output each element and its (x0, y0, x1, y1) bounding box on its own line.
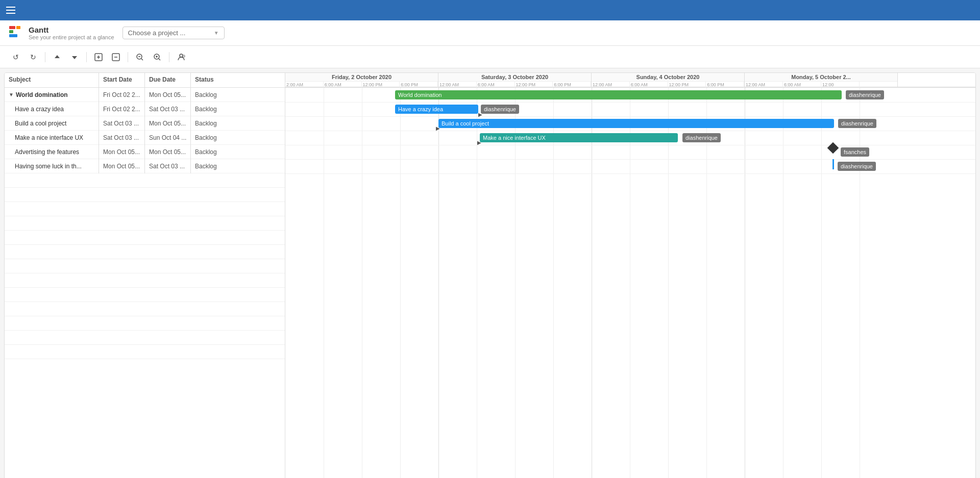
gantt-bar-build-cool-project[interactable]: Build a cool project (438, 119, 834, 128)
cell-subject-build-cool-project: Build a cool project (5, 116, 99, 131)
hour-line (783, 88, 783, 478)
table-row[interactable]: Build a cool project Sat Oct 03 ... Mon … (5, 116, 285, 131)
cell-subject-have-crazy-idea: Have a crazy idea (5, 102, 99, 116)
table-row-empty (5, 245, 285, 259)
gantt-timeline: World domination diashenrique Have a cra… (285, 88, 975, 478)
app-header: Gantt See your entire project at a glanc… (0, 20, 980, 46)
day-divider-2 (592, 88, 592, 478)
hamburger-icon[interactable] (6, 7, 15, 14)
cell-duedate-advertising: Mon Oct 05... (145, 145, 191, 159)
day2-label: Saturday, 3 October 2020 (438, 73, 591, 82)
day3-hour4: 6:00 PM (706, 82, 744, 87)
day4-hour2: 6:00 AM (783, 82, 821, 87)
assign-button[interactable] (174, 49, 189, 65)
cell-startdate-have-crazy-idea: Fri Oct 02 2... (99, 102, 145, 116)
svg-rect-2 (9, 34, 17, 37)
cell-startdate-advertising: Mon Oct 05... (99, 145, 145, 159)
cell-status-have-crazy-idea: Backlog (191, 102, 285, 116)
day2-hour3: 12:00 PM (515, 82, 553, 87)
hour-line (630, 88, 630, 478)
cell-duedate-make-nice-interface: Sun Oct 04 ... (145, 131, 191, 145)
day2-hour4: 6:00 PM (553, 82, 591, 87)
cell-startdate-build-cool-project: Sat Oct 03 ... (99, 116, 145, 131)
table-row-empty (5, 173, 285, 188)
assignee-badge-having-luck: diashenrique (838, 162, 876, 171)
table-row-empty (5, 302, 285, 316)
table-row-empty (5, 188, 285, 202)
chevron-down-icon: ▼ (214, 30, 219, 36)
day-divider-1 (438, 88, 439, 478)
cell-startdate-having-luck: Mon Oct 05... (99, 159, 145, 173)
milestone-diamond-advertising (827, 142, 839, 154)
svg-line-11 (141, 59, 143, 60)
day1-hour1: 2:00 AM (285, 82, 324, 87)
gantt-bar-world-domination[interactable]: World domination (395, 90, 842, 99)
gantt-task-list: ▼ World domination Fri Oct 02 2... Mon O… (5, 88, 285, 478)
cell-status-advertising: Backlog (191, 145, 285, 159)
add-task-button[interactable] (91, 49, 106, 65)
day1-label: Friday, 2 October 2020 (285, 73, 438, 82)
app-title-block: Gantt See your entire project at a glanc… (29, 26, 114, 40)
add-milestone-button[interactable] (108, 49, 124, 65)
move-down-button[interactable] (67, 49, 82, 65)
assignee-badge-build-cool-project: diashenrique (838, 119, 876, 128)
day3-hour3: 12:00 PM (668, 82, 706, 87)
toolbar: ↺ ↻ (0, 46, 980, 68)
day1-hour4: 6:00 PM (400, 82, 438, 87)
gantt-bar-having-luck[interactable] (832, 159, 834, 169)
gantt-bar-make-nice-interface[interactable]: Make a nice interface UX (480, 133, 678, 142)
collapse-arrow-icon[interactable]: ▼ (9, 92, 14, 97)
table-row[interactable]: Make a nice interface UX Sat Oct 03 ... … (5, 131, 285, 145)
row-line (285, 173, 975, 174)
subject-header: Subject (5, 73, 99, 87)
table-row-empty (5, 331, 285, 345)
startdate-header: Start Date (99, 73, 145, 87)
day1-hour2: 6:00 AM (324, 82, 362, 87)
app-title: Gantt (29, 26, 114, 34)
cell-status-make-nice-interface: Backlog (191, 131, 285, 145)
hour-line (324, 88, 324, 478)
zoom-in-button[interactable] (150, 49, 165, 65)
row-line (285, 102, 975, 103)
svg-rect-0 (9, 26, 15, 29)
move-up-button[interactable] (50, 49, 65, 65)
day2-hour1: 12:00 AM (438, 82, 477, 87)
row-line (285, 131, 975, 131)
cell-startdate-world-domination: Fri Oct 02 2... (99, 88, 145, 102)
project-select[interactable]: Choose a project ... ▼ (122, 27, 225, 39)
toolbar-separator-3 (128, 52, 128, 62)
table-row-empty (5, 231, 285, 245)
day4-hour3: 12:00 (821, 82, 860, 87)
table-row-empty (5, 316, 285, 331)
hour-line (860, 88, 860, 478)
assignee-badge-world-domination: diashenrique (846, 90, 884, 99)
toolbar-separator-1 (45, 52, 45, 62)
table-row-empty (5, 273, 285, 288)
table-row[interactable]: Advertising the features Mon Oct 05... M… (5, 145, 285, 159)
cell-duedate-having-luck: Sat Oct 03 ... (145, 159, 191, 173)
timeline-grid-overlay (285, 88, 975, 478)
zoom-out-button[interactable] (132, 49, 148, 65)
table-row-empty (5, 202, 285, 216)
app-logo: Gantt See your entire project at a glanc… (8, 25, 114, 41)
gantt-bar-have-crazy-idea[interactable]: Have a crazy idea (395, 105, 478, 114)
status-header: Status (191, 73, 285, 87)
day3-hour1: 12:00 AM (592, 82, 630, 87)
app-subtitle: See your entire project at a glance (29, 34, 114, 40)
hour-line (515, 88, 516, 478)
assignee-badge-make-nice-interface: diashenrique (682, 133, 721, 142)
row-line (285, 145, 975, 145)
table-row[interactable]: Having some luck in th... Mon Oct 05... … (5, 159, 285, 173)
cell-subject-world-domination: ▼ World domination (5, 88, 99, 102)
table-row[interactable]: ▼ World domination Fri Oct 02 2... Mon O… (5, 88, 285, 102)
cell-status-having-luck: Backlog (191, 159, 285, 173)
table-row[interactable]: Have a crazy idea Fri Oct 02 2... Sat Oc… (5, 102, 285, 116)
undo-button[interactable]: ↺ (8, 49, 23, 65)
hour-line (668, 88, 669, 478)
hour-line (821, 88, 822, 478)
redo-button[interactable]: ↻ (26, 49, 41, 65)
cell-duedate-have-crazy-idea: Sat Oct 03 ... (145, 102, 191, 116)
cell-duedate-build-cool-project: Mon Oct 05... (145, 116, 191, 131)
hour-line (553, 88, 554, 478)
svg-rect-1 (9, 30, 13, 33)
